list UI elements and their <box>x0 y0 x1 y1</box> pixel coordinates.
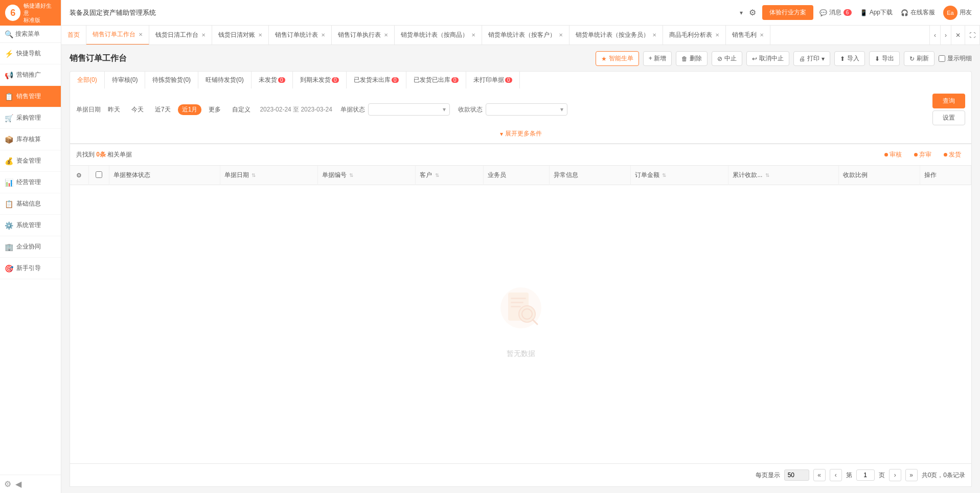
sidebar-item-finance[interactable]: 💰 资金管理 <box>0 150 61 172</box>
export-btn[interactable]: ⬇ 导出 <box>869 51 900 66</box>
tab-sales-summary-staff[interactable]: 销货单统计表（按业务员） ✕ <box>569 26 663 45</box>
tab-scroll-right[interactable]: › <box>941 26 951 45</box>
tab-sales-profit[interactable]: 销售毛利 ✕ <box>726 26 770 45</box>
tab-close-sales-exec[interactable]: ✕ <box>384 32 388 38</box>
date-custom-btn[interactable]: 自定义 <box>228 104 255 115</box>
set-btn[interactable]: 设置 <box>932 110 965 125</box>
date-1month-btn[interactable]: 近1月 <box>178 104 202 115</box>
expand-btn[interactable]: ▾ 展开更多条件 <box>500 129 542 138</box>
tab-scroll-left[interactable]: ‹ <box>930 26 941 45</box>
tab-close-all[interactable]: ✕ <box>951 26 965 45</box>
sub-tab-shipped-out[interactable]: 已发货已出库0 <box>406 72 466 88</box>
sidebar-item-inventory[interactable]: 📦 库存核算 <box>0 129 61 150</box>
message-btn[interactable]: 💬 消息 6 <box>819 8 852 17</box>
select-all-checkbox[interactable] <box>96 171 102 178</box>
tab-sales-order[interactable]: 销售订单工作台 ✕ <box>86 26 149 45</box>
print-btn[interactable]: 🖨 打印 ▾ <box>793 51 830 66</box>
col-number-header[interactable]: 单据编号 ⇅ <box>318 166 416 185</box>
show-detail-checkbox-label[interactable]: 显示明细 <box>939 54 972 63</box>
tab-sales-stats[interactable]: 销售订单统计表 ✕ <box>269 26 332 45</box>
sub-tab-not-printed[interactable]: 未打印单据0 <box>466 72 520 88</box>
tab-cash-reconcile[interactable]: 钱货日清对账 ✕ <box>212 26 269 45</box>
tab-product-margin[interactable]: 商品毛利分析表 ✕ <box>663 26 726 45</box>
sub-tab-expired-not-shipped[interactable]: 到期未发货0 <box>293 72 347 88</box>
tab-close-cash-daily[interactable]: ✕ <box>201 32 206 38</box>
system-dropdown[interactable]: ▾ <box>740 9 743 16</box>
tab-close-sales-summary-customer[interactable]: ✕ <box>559 32 563 38</box>
col-date-header[interactable]: 单据日期 ⇅ <box>220 166 317 185</box>
tab-close-cash-reconcile[interactable]: ✕ <box>258 32 262 38</box>
new-btn[interactable]: + 新增 <box>643 51 672 66</box>
sidebar-item-search[interactable]: 🔍 搜索菜单 <box>0 26 61 43</box>
tab-home[interactable]: 首页 <box>61 26 86 45</box>
dispatch-btn[interactable]: 发货 <box>940 148 965 161</box>
tab-maximize[interactable]: ⛶ <box>965 26 980 45</box>
import-btn[interactable]: ⬆ 导入 <box>834 51 865 66</box>
online-support-btn[interactable]: 🎧 在线客服 <box>901 8 935 17</box>
sub-tab-wangpu-pending[interactable]: 旺铺待发货(0) <box>198 72 252 88</box>
per-page-select[interactable]: 10 20 50 100 <box>784 469 809 481</box>
date-7days-btn[interactable]: 近7天 <box>151 104 175 115</box>
col-amount-header[interactable]: 订单金额 ⇅ <box>631 166 728 185</box>
tab-sales-summary-product[interactable]: 销货单统计表（按商品） ✕ <box>395 26 482 45</box>
sub-tab-pending-audit[interactable]: 待审核(0) <box>105 72 146 88</box>
delete-btn[interactable]: 🗑 删除 <box>676 51 708 66</box>
page-first-btn[interactable]: « <box>813 469 826 481</box>
money-icon: 💰 <box>4 157 13 165</box>
col-abnormal-header: 异常信息 <box>550 166 631 185</box>
audit-btn[interactable]: 审核 <box>880 148 906 161</box>
search-icon: 🔍 <box>4 30 13 38</box>
tab-close-sales-summary-staff[interactable]: ✕ <box>652 32 656 38</box>
show-detail-checkbox[interactable] <box>939 55 945 62</box>
status-select[interactable] <box>368 103 450 116</box>
sidebar-item-system[interactable]: ⚙️ 系统管理 <box>0 215 61 236</box>
refresh-btn[interactable]: ↻ 刷新 <box>904 51 935 66</box>
sub-tab-pending-check[interactable]: 待拣货验货(0) <box>145 72 198 88</box>
suspend-btn[interactable]: ⊘ 中止 <box>712 51 742 66</box>
payment-select[interactable] <box>486 103 567 116</box>
col-customer-header[interactable]: 客户 ⇅ <box>416 166 484 185</box>
sub-tab-shipped-not-out[interactable]: 已发货未出库0 <box>347 72 406 88</box>
sidebar-item-sales[interactable]: 📋 销售管理 <box>0 86 61 107</box>
sidebar-item-quick-nav[interactable]: ⚡ 快捷导航 <box>0 43 61 64</box>
tab-close-sales-order[interactable]: ✕ <box>139 32 143 37</box>
revoke-btn[interactable]: 弃审 <box>910 148 936 161</box>
collapse-btn[interactable]: ◀ <box>15 479 21 489</box>
sub-tab-all[interactable]: 全部(0) <box>70 72 105 88</box>
page-next-btn[interactable]: › <box>889 469 901 481</box>
tab-sales-summary-customer[interactable]: 销货单统计表（按客户） ✕ <box>482 26 569 45</box>
sub-tab-not-shipped[interactable]: 未发货0 <box>252 72 293 88</box>
delete-icon: 🗑 <box>681 55 688 62</box>
header-gear-btn[interactable]: ⚙ <box>749 8 756 17</box>
col-checkbox-header[interactable] <box>88 166 109 185</box>
cancel-suspend-btn[interactable]: ↩ 取消中止 <box>746 51 789 66</box>
col-collected-header[interactable]: 累计收款... ⇅ <box>728 166 839 185</box>
date-yesterday-btn[interactable]: 昨天 <box>104 104 124 115</box>
page-last-btn[interactable]: » <box>905 469 918 481</box>
experience-btn[interactable]: 体验行业方案 <box>762 5 813 20</box>
tab-close-product-margin[interactable]: ✕ <box>715 32 719 38</box>
tab-close-sales-stats[interactable]: ✕ <box>321 32 325 38</box>
query-btn[interactable]: 查询 <box>932 94 965 108</box>
sidebar-item-marketing[interactable]: 📢 营销推广 <box>0 64 61 86</box>
date-more-btn[interactable]: 更多 <box>204 104 225 115</box>
tab-sales-exec[interactable]: 销售订单执行表 ✕ <box>332 26 395 45</box>
sidebar-item-operation[interactable]: 📊 经营管理 <box>0 172 61 193</box>
filter-actions: 查询 设置 <box>932 94 965 125</box>
date-today-btn[interactable]: 今天 <box>127 104 148 115</box>
horizontal-scrollbar[interactable] <box>70 455 971 463</box>
page-prev-btn[interactable]: ‹ <box>830 469 842 481</box>
smart-create-btn[interactable]: ★ 智能生单 <box>596 51 639 66</box>
tab-cash-daily[interactable]: 钱货日清工作台 ✕ <box>149 26 212 45</box>
sidebar-item-guide[interactable]: 🎯 新手引导 <box>0 258 61 279</box>
sidebar-item-purchase[interactable]: 🛒 采购管理 <box>0 107 61 129</box>
app-download-btn[interactable]: 📱 App下载 <box>860 8 893 17</box>
sidebar-item-basic[interactable]: 📋 基础信息 <box>0 193 61 215</box>
sidebar-item-enterprise[interactable]: 🏢 企业协同 <box>0 236 61 258</box>
settings-bottom-btn[interactable]: ⚙ <box>4 479 11 489</box>
col-settings[interactable]: ⚙ <box>70 166 88 185</box>
page-input[interactable] <box>856 469 875 481</box>
user-btn[interactable]: Ea 用友 <box>943 6 972 20</box>
tab-close-sales-summary-product[interactable]: ✕ <box>471 32 475 38</box>
tab-close-sales-profit[interactable]: ✕ <box>760 32 764 38</box>
